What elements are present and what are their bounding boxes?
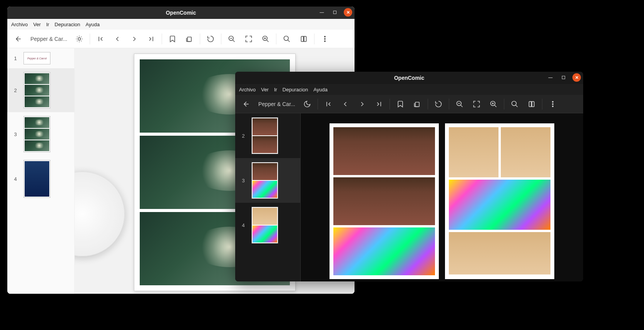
reading-mode-button[interactable] (524, 96, 540, 112)
maximize-button[interactable] (559, 73, 568, 82)
minimize-button[interactable] (546, 73, 555, 82)
toolbar: Pepper & Car... (7, 30, 355, 48)
thumbnail-page-2[interactable]: 2 (7, 68, 74, 112)
svg-point-12 (552, 101, 553, 102)
menu-help[interactable]: Ayuda (85, 22, 100, 27)
last-page-button[interactable] (371, 96, 387, 112)
menu-debug[interactable]: Depuracion (283, 87, 308, 93)
page-number: 3 (241, 178, 246, 184)
prev-page-button[interactable] (109, 31, 125, 47)
zoom-in-button[interactable] (485, 96, 502, 112)
thumbnail-page-3[interactable]: 3 (235, 158, 300, 203)
comic-panel (449, 232, 550, 274)
svg-point-4 (284, 36, 288, 40)
page-number: 2 (13, 88, 18, 93)
thumbnail-image (251, 207, 278, 244)
svg-point-6 (324, 38, 325, 39)
thumbnail-page-3[interactable]: 3 (7, 112, 74, 156)
thumbnail-page-4[interactable]: 4 (235, 203, 300, 248)
titlebar: OpenComic (235, 72, 583, 84)
svg-rect-1 (187, 37, 191, 42)
separator (276, 34, 276, 44)
more-button[interactable] (545, 96, 561, 112)
magnifier-lens[interactable] (75, 172, 125, 256)
comic-panel (333, 227, 435, 275)
menu-go[interactable]: Ir (46, 22, 49, 27)
bookmark-button[interactable] (392, 96, 408, 112)
close-button[interactable] (572, 73, 581, 82)
menu-view[interactable]: Ver (33, 22, 41, 27)
thumbnail-page-2[interactable]: 2 (235, 113, 300, 158)
svg-point-0 (78, 37, 80, 40)
back-button[interactable] (238, 96, 254, 112)
separator (390, 99, 390, 109)
separator (504, 99, 504, 109)
thumbnail-image (23, 72, 50, 108)
svg-point-5 (324, 36, 325, 37)
menu-file[interactable]: Archivo (11, 22, 28, 27)
window-title: OpenComic (394, 75, 425, 81)
separator (542, 99, 542, 109)
document-title: Pepper & Car... (27, 36, 70, 42)
more-button[interactable] (317, 31, 333, 47)
menu-view[interactable]: Ver (261, 87, 269, 93)
titlebar: OpenComic (7, 7, 355, 19)
separator (314, 34, 314, 44)
zoom-out-button[interactable] (224, 31, 240, 47)
theme-toggle-button[interactable] (71, 31, 87, 47)
prev-page-button[interactable] (337, 96, 353, 112)
bookmark-button[interactable] (164, 31, 181, 47)
comic-page-right (445, 123, 554, 279)
fullscreen-button[interactable] (468, 96, 485, 112)
content-area: 2 3 4 (235, 113, 583, 281)
first-page-button[interactable] (92, 31, 109, 47)
thumbnail-page-1[interactable]: 1 Pepper & Carrot (7, 48, 74, 68)
separator (449, 99, 449, 109)
close-button[interactable] (344, 8, 352, 17)
separator (428, 99, 428, 109)
thumbnail-image (251, 162, 278, 199)
thumbnail-sidebar[interactable]: 2 3 4 (235, 113, 301, 281)
page-number: 4 (13, 176, 18, 182)
back-button[interactable] (10, 31, 27, 47)
reading-mode-button[interactable] (296, 31, 312, 47)
menu-go[interactable]: Ir (274, 87, 277, 93)
search-button[interactable] (279, 31, 295, 47)
separator (162, 34, 162, 44)
svg-point-11 (512, 101, 516, 106)
page-viewer[interactable] (301, 113, 583, 281)
last-page-button[interactable] (143, 31, 159, 47)
zoom-in-button[interactable] (258, 31, 274, 47)
rotate-button[interactable] (202, 31, 219, 47)
rotate-button[interactable] (430, 96, 447, 112)
maximize-button[interactable] (331, 8, 339, 17)
minimize-button[interactable] (318, 8, 326, 17)
first-page-button[interactable] (320, 96, 336, 112)
comic-panel (449, 127, 498, 177)
theme-toggle-button[interactable] (299, 96, 315, 112)
facing-pages (325, 119, 559, 281)
document-title: Pepper & Car... (255, 101, 298, 107)
next-page-button[interactable] (354, 96, 370, 112)
page-number: 3 (13, 131, 18, 137)
window-dark: OpenComic Archivo Ver Ir Depuracion Ayud… (235, 72, 583, 281)
svg-point-13 (552, 103, 553, 104)
thumbnail-sidebar[interactable]: 1 Pepper & Carrot 2 3 4 (7, 48, 75, 294)
separator (90, 34, 90, 44)
library-button[interactable] (181, 31, 197, 47)
svg-point-7 (324, 40, 325, 42)
comic-panel (501, 127, 550, 177)
next-page-button[interactable] (126, 31, 142, 47)
thumbnail-image: Pepper & Carrot (23, 52, 50, 64)
zoom-out-button[interactable] (452, 96, 468, 112)
menu-debug[interactable]: Depuracion (55, 22, 80, 27)
search-button[interactable] (507, 96, 523, 112)
window-title: OpenComic (166, 10, 196, 16)
library-button[interactable] (409, 96, 425, 112)
menu-help[interactable]: Ayuda (313, 87, 328, 93)
fullscreen-button[interactable] (241, 31, 257, 47)
menu-file[interactable]: Archivo (239, 87, 256, 93)
page-number: 1 (13, 56, 18, 61)
menubar: Archivo Ver Ir Depuracion Ayuda (7, 19, 355, 30)
thumbnail-page-4[interactable]: 4 (7, 156, 74, 202)
